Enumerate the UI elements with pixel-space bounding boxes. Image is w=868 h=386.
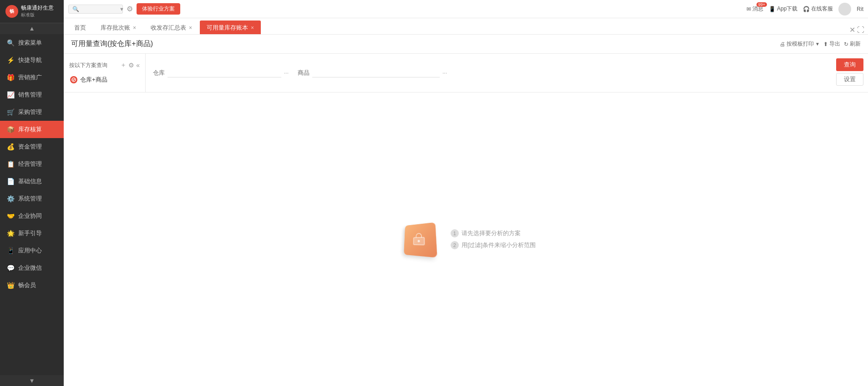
sidebar-item-label: 资金管理	[18, 143, 42, 151]
scheme-settings-button[interactable]: ⚙	[128, 61, 134, 69]
sidebar-item-label: 营销推广	[18, 73, 42, 82]
sidebar-item-label: 基础信息	[18, 177, 42, 185]
scheme-item-label: 仓库+商品	[80, 76, 107, 84]
add-scheme-button[interactable]: ＋	[120, 61, 127, 69]
sidebar-item-basic[interactable]: 📄 基础信息	[0, 173, 64, 190]
topbar-right-actions: ✉ 消息 99+ 📱 App下载 🎧 在线客服 Rit	[746, 3, 863, 15]
print-template-button[interactable]: 🖨 按模板打印 ▼	[780, 40, 820, 48]
sidebar-item-purchase[interactable]: 🛒 采购管理	[0, 103, 64, 121]
member-icon: 👑	[6, 281, 15, 289]
product-more-button[interactable]: ···	[442, 70, 447, 76]
app-download-button[interactable]: 📱 App下载	[769, 5, 797, 13]
scheme-collapse-button[interactable]: «	[136, 61, 140, 69]
sidebar-item-label: 销售管理	[18, 91, 42, 99]
topbar: 🔍 ▼ ⚙ 体验行业方案 ✉ 消息 99+ 📱 App下载 🎧 在线客服 Rit	[64, 0, 868, 18]
export-icon: ⬆	[823, 41, 828, 47]
tab-summary[interactable]: 收发存汇总表 ×	[144, 21, 199, 34]
filter-area: 仓库 ··· 商品 ···	[146, 54, 832, 92]
sidebar-item-label: 新手引导	[18, 229, 42, 237]
operation-icon: 📋	[6, 160, 15, 168]
empty-state: 1 请先选择要分析的方案 2 用[过滤]条件来缩小分析范围	[64, 93, 868, 386]
empty-box-icon	[404, 222, 437, 258]
sidebar-item-operation[interactable]: 📋 经营管理	[0, 155, 64, 173]
tabs-bar: 首页 库存批次账 × 收发存汇总表 × 可用量库存账本 × ✕ ⛶	[64, 18, 868, 35]
newbie-icon: 🌟	[6, 229, 15, 237]
sidebar-logo: 畅	[5, 5, 18, 18]
sidebar-item-inventory[interactable]: 📦 库存核算	[0, 121, 64, 138]
tab-close-all-button[interactable]: ✕	[849, 26, 855, 34]
tab-summary-label: 收发存汇总表	[151, 24, 186, 32]
sidebar-item-system[interactable]: ⚙️ 系统管理	[0, 190, 64, 207]
avatar[interactable]	[838, 3, 851, 15]
sidebar-item-sales[interactable]: 📈 销售管理	[0, 86, 64, 103]
sidebar-scroll-down[interactable]: ▼	[0, 375, 64, 386]
tab-home[interactable]: 首页	[67, 21, 93, 34]
refresh-button[interactable]: ↻ 刷新	[844, 40, 861, 48]
tab-batch-close[interactable]: ×	[133, 25, 136, 31]
sidebar-item-member[interactable]: 👑 畅会员	[0, 277, 64, 294]
topbar-search-box: 🔍 ▼	[68, 5, 123, 14]
basic-icon: 📄	[6, 177, 15, 185]
empty-illustration	[396, 216, 442, 262]
export-button[interactable]: ⬆ 导出	[823, 40, 840, 48]
sidebar-item-cooperation[interactable]: 🤝 企业协同	[0, 207, 64, 225]
headset-icon: 🎧	[803, 6, 810, 12]
product-filter-input[interactable]	[312, 68, 440, 77]
settings-button[interactable]: 设置	[836, 73, 863, 86]
sidebar-item-label: 搜索菜单	[18, 39, 42, 47]
scheme-header-actions: ＋ ⚙ «	[120, 61, 140, 69]
sidebar-item-finance[interactable]: 💰 资金管理	[0, 138, 64, 155]
tab-maximize-button[interactable]: ⛶	[857, 26, 864, 34]
inventory-icon: 📦	[6, 125, 15, 134]
tab-available-close[interactable]: ×	[251, 25, 254, 31]
tab-home-label: 首页	[74, 24, 86, 32]
warehouse-filter-group: 仓库 ···	[153, 68, 289, 77]
sidebar-item-marketing[interactable]: 🎁 营销推广	[0, 69, 64, 86]
scheme-item-warehouse-product[interactable]: 仓库+商品	[64, 72, 145, 87]
warehouse-more-button[interactable]: ···	[284, 70, 289, 76]
refresh-icon: ↻	[844, 41, 848, 47]
sidebar-scroll-up[interactable]: ▲	[0, 23, 64, 34]
sidebar: 畅 畅康通好生意 标准版 ▲ 🔍 搜索菜单 ⚡ 快捷导航 🎁 营销推广 📈 销售…	[0, 0, 64, 386]
marketing-icon: 🎁	[6, 73, 15, 82]
warehouse-filter-label: 仓库	[153, 69, 165, 77]
sidebar-item-newbie[interactable]: 🌟 新手引导	[0, 225, 64, 242]
finance-icon: 💰	[6, 143, 15, 151]
page-actions: 🖨 按模板打印 ▼ ⬆ 导出 ↻ 刷新	[780, 40, 861, 48]
scheme-item-icon	[70, 76, 77, 83]
industry-solution-button[interactable]: 体验行业方案	[137, 3, 180, 15]
page-title: 可用量查询(按仓库+商品)	[71, 39, 153, 49]
sidebar-header: 畅 畅康通好生意 标准版	[0, 0, 64, 23]
sidebar-item-label: 应用中心	[18, 247, 42, 255]
sidebar-item-label: 系统管理	[18, 195, 42, 203]
content-area: 可用量查询(按仓库+商品) 🖨 按模板打印 ▼ ⬆ 导出 ↻ 刷新	[64, 35, 868, 386]
scheme-header-title: 按以下方案查询	[69, 62, 107, 69]
sidebar-item-label: 采购管理	[18, 108, 42, 116]
tab-available[interactable]: 可用量库存账本 ×	[200, 21, 261, 34]
tab-batch[interactable]: 库存批次账 ×	[94, 21, 143, 34]
warehouse-filter-input[interactable]	[168, 68, 281, 77]
sidebar-item-shortcut[interactable]: ⚡ 快捷导航	[0, 51, 64, 69]
gear-icon[interactable]: ⚙	[127, 5, 133, 13]
cooperation-icon: 🤝	[6, 212, 15, 220]
empty-text: 1 请先选择要分析的方案 2 用[过滤]条件来缩小分析范围	[451, 229, 536, 249]
sidebar-nav: 🔍 搜索菜单 ⚡ 快捷导航 🎁 营销推广 📈 销售管理 🛒 采购管理 📦 库存核…	[0, 34, 64, 375]
sidebar-item-search[interactable]: 🔍 搜索菜单	[0, 34, 64, 51]
search-input[interactable]	[81, 6, 117, 12]
chevron-down-icon[interactable]: ▼	[119, 6, 124, 12]
message-badge: 99+	[756, 2, 767, 7]
empty-hint-1: 1 请先选择要分析的方案	[451, 229, 536, 237]
query-buttons: 查询 设置	[832, 54, 868, 92]
hint-number-2: 2	[451, 241, 459, 249]
chevron-down-icon: ▼	[815, 41, 820, 46]
sidebar-item-label: 畅会员	[18, 281, 36, 289]
main-area: 🔍 ▼ ⚙ 体验行业方案 ✉ 消息 99+ 📱 App下载 🎧 在线客服 Rit	[64, 0, 868, 386]
sidebar-item-wechat[interactable]: 💬 企业微信	[0, 259, 64, 277]
tab-summary-close[interactable]: ×	[189, 25, 192, 31]
query-button[interactable]: 查询	[836, 58, 863, 71]
sidebar-item-label: 快捷导航	[18, 56, 42, 64]
online-service-button[interactable]: 🎧 在线客服	[803, 5, 833, 13]
message-button[interactable]: ✉ 消息 99+	[746, 5, 763, 13]
tab-batch-label: 库存批次账	[101, 24, 130, 32]
sidebar-item-apps[interactable]: 📱 应用中心	[0, 242, 64, 259]
